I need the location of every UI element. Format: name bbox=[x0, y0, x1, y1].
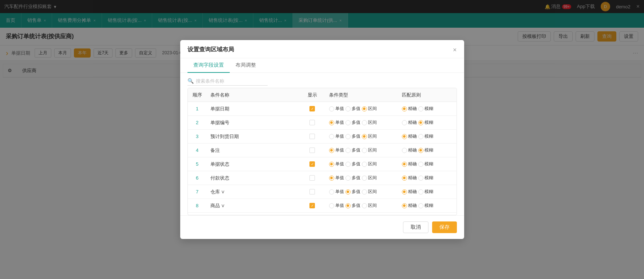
radio-label-type-5: 区间 bbox=[368, 175, 377, 181]
radio-type-区间-7[interactable]: 区间 bbox=[362, 203, 377, 209]
radio-match-精确-2[interactable]: 精确 bbox=[402, 133, 417, 140]
radio-type-区间-2[interactable]: 区间 bbox=[362, 133, 377, 140]
data-table: 顺序 条件名称 显示 条件类型 匹配原则 1单据日期单值多值区间精确模糊2单据编… bbox=[187, 88, 457, 215]
radio-match-模糊-1[interactable]: 模糊 bbox=[418, 119, 433, 126]
radio-circle-match-3 bbox=[418, 148, 423, 153]
dialog-overlay: 设置查询区域布局 × 查询字段设置 布局调整 🔍 顺序 条件名称 显示 bbox=[0, 0, 644, 279]
radio-circle-match-0 bbox=[418, 106, 423, 111]
radio-circle-2 bbox=[345, 134, 351, 139]
checkbox-4[interactable] bbox=[309, 161, 315, 167]
radio-type-单值-5[interactable]: 单值 bbox=[329, 175, 344, 181]
radio-type-单值-4[interactable]: 单值 bbox=[329, 161, 344, 167]
radio-label-type-0: 区间 bbox=[368, 106, 377, 112]
dialog-close-btn[interactable]: × bbox=[453, 47, 457, 53]
radio-match-精确-3[interactable]: 精确 bbox=[402, 147, 417, 153]
radio-label-type-5: 多值 bbox=[352, 175, 360, 181]
cell-show-0[interactable] bbox=[299, 106, 325, 111]
checkbox-3[interactable] bbox=[309, 148, 315, 153]
radio-circle-1 bbox=[362, 120, 367, 125]
checkbox-1[interactable] bbox=[309, 120, 315, 125]
cell-show-3[interactable] bbox=[299, 148, 325, 153]
radio-type-多值-4[interactable]: 多值 bbox=[345, 161, 360, 167]
radio-type-区间-5[interactable]: 区间 bbox=[362, 175, 377, 181]
radio-match-模糊-7[interactable]: 模糊 bbox=[418, 203, 433, 209]
radio-type-区间-6[interactable]: 区间 bbox=[362, 189, 377, 195]
radio-circle-7 bbox=[329, 203, 334, 208]
radio-label-type-5: 单值 bbox=[335, 175, 344, 181]
radio-match-模糊-6[interactable]: 模糊 bbox=[418, 189, 433, 195]
cell-show-1[interactable] bbox=[299, 120, 325, 125]
radio-type-多值-2[interactable]: 多值 bbox=[345, 133, 360, 140]
radio-circle-1 bbox=[345, 120, 351, 125]
cell-match-1: 精确模糊 bbox=[398, 119, 457, 126]
radio-label-type-1: 区间 bbox=[368, 119, 377, 126]
radio-type-多值-1[interactable]: 多值 bbox=[345, 119, 360, 126]
radio-circle-3 bbox=[345, 148, 351, 153]
radio-type-单值-2[interactable]: 单值 bbox=[329, 133, 344, 140]
radio-match-模糊-0[interactable]: 模糊 bbox=[418, 106, 433, 112]
radio-match-精确-6[interactable]: 精确 bbox=[402, 189, 417, 195]
radio-match-精确-1[interactable]: 精确 bbox=[402, 119, 417, 126]
cell-type-6: 单值多值区间 bbox=[325, 189, 398, 195]
cancel-btn[interactable]: 取消 bbox=[403, 221, 428, 233]
radio-type-单值-1[interactable]: 单值 bbox=[329, 119, 344, 126]
col-header-show: 显示 bbox=[299, 92, 325, 98]
dt-body: 1单据日期单值多值区间精确模糊2单据编号单值多值区间精确模糊3预计到货日期单值多… bbox=[188, 102, 457, 215]
radio-type-单值-7[interactable]: 单值 bbox=[329, 203, 344, 209]
cell-type-1: 单值多值区间 bbox=[325, 119, 398, 126]
radio-match-模糊-4[interactable]: 模糊 bbox=[418, 161, 433, 167]
checkbox-2[interactable] bbox=[309, 134, 315, 139]
cell-show-4[interactable] bbox=[299, 161, 325, 167]
radio-circle-match-0 bbox=[402, 106, 407, 111]
col-header-name: 条件名称 bbox=[207, 92, 299, 98]
radio-type-单值-0[interactable]: 单值 bbox=[329, 106, 344, 112]
cell-show-2[interactable] bbox=[299, 134, 325, 139]
radio-type-区间-1[interactable]: 区间 bbox=[362, 119, 377, 126]
radio-circle-5 bbox=[345, 176, 351, 181]
radio-type-单值-6[interactable]: 单值 bbox=[329, 189, 344, 195]
radio-type-单值-3[interactable]: 单值 bbox=[329, 147, 344, 153]
radio-type-多值-7[interactable]: 多值 bbox=[345, 203, 360, 209]
radio-type-多值-3[interactable]: 多值 bbox=[345, 147, 360, 153]
cell-order-3: 4 bbox=[188, 148, 207, 153]
cell-show-6[interactable] bbox=[299, 189, 325, 194]
radio-match-模糊-5[interactable]: 模糊 bbox=[418, 175, 433, 181]
radio-circle-match-4 bbox=[402, 162, 407, 167]
radio-label-type-7: 单值 bbox=[335, 203, 344, 209]
radio-circle-match-6 bbox=[418, 189, 423, 194]
dialog-tab-layout[interactable]: 布局调整 bbox=[230, 58, 262, 73]
radio-match-精确-0[interactable]: 精确 bbox=[402, 106, 417, 112]
radio-match-精确-7[interactable]: 精确 bbox=[402, 203, 417, 209]
radio-label-match-3: 精确 bbox=[408, 147, 417, 153]
radio-label-type-1: 多值 bbox=[352, 119, 360, 126]
cell-show-5[interactable] bbox=[299, 175, 325, 181]
cell-type-0: 单值多值区间 bbox=[325, 106, 398, 112]
radio-circle-3 bbox=[362, 148, 367, 153]
radio-type-多值-0[interactable]: 多值 bbox=[345, 106, 360, 112]
radio-type-区间-4[interactable]: 区间 bbox=[362, 161, 377, 167]
checkbox-7[interactable] bbox=[309, 203, 315, 208]
radio-type-区间-3[interactable]: 区间 bbox=[362, 147, 377, 153]
radio-match-模糊-2[interactable]: 模糊 bbox=[418, 133, 433, 140]
checkbox-0[interactable] bbox=[309, 106, 315, 111]
cell-name-3: 备注 bbox=[207, 147, 299, 154]
radio-circle-match-3 bbox=[402, 148, 407, 153]
radio-label-match-0: 精确 bbox=[408, 106, 417, 112]
radio-type-区间-0[interactable]: 区间 bbox=[362, 106, 377, 112]
radio-type-多值-5[interactable]: 多值 bbox=[345, 175, 360, 181]
checkbox-5[interactable] bbox=[309, 175, 315, 181]
dialog-tab-query[interactable]: 查询字段设置 bbox=[187, 58, 230, 73]
radio-match-模糊-3[interactable]: 模糊 bbox=[418, 147, 433, 153]
checkbox-6[interactable] bbox=[309, 189, 315, 194]
cell-show-7[interactable] bbox=[299, 203, 325, 208]
search-icon: 🔍 bbox=[187, 78, 194, 84]
save-btn[interactable]: 保存 bbox=[432, 221, 457, 233]
search-input[interactable] bbox=[196, 78, 261, 84]
radio-match-精确-4[interactable]: 精确 bbox=[402, 161, 417, 167]
radio-match-精确-5[interactable]: 精确 bbox=[402, 175, 417, 181]
radio-label-type-0: 多值 bbox=[352, 106, 360, 112]
col-header-type: 条件类型 bbox=[325, 92, 398, 98]
radio-circle-5 bbox=[329, 176, 334, 181]
radio-type-多值-6[interactable]: 多值 bbox=[345, 189, 360, 195]
dialog-footer: 取消 保存 bbox=[180, 215, 464, 239]
